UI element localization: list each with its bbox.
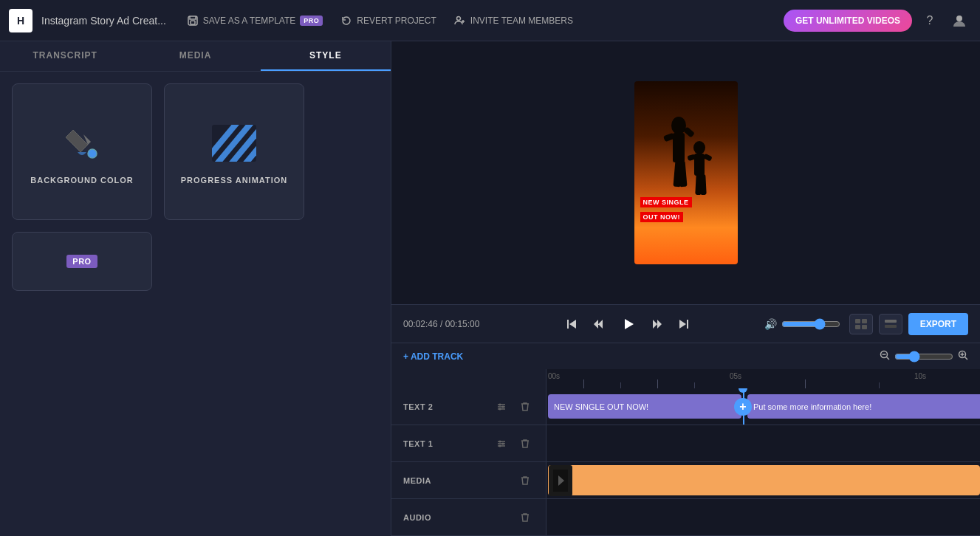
pro-card-badge: PRO bbox=[66, 255, 97, 268]
style-card-background-color[interactable]: BACKGROUND COLOR bbox=[12, 83, 152, 220]
tab-media[interactable]: MEDIA bbox=[130, 41, 260, 71]
svg-point-48 bbox=[499, 440, 501, 442]
clip-media-1[interactable] bbox=[548, 465, 980, 495]
rewind-button[interactable] bbox=[588, 314, 609, 334]
progress-animation-label: PROGRESS ANIMATION bbox=[181, 176, 288, 185]
track-delete-media-button[interactable] bbox=[516, 472, 534, 489]
progress-animation-svg bbox=[212, 125, 256, 162]
playhead-add-button[interactable]: + bbox=[734, 398, 752, 416]
svg-point-3 bbox=[956, 16, 962, 21]
skip-to-start-button[interactable] bbox=[561, 314, 582, 334]
svg-line-38 bbox=[965, 357, 968, 360]
preview-text-line1: NEW SINGLE bbox=[640, 197, 692, 207]
timeline-toolbar: + ADD TRACK bbox=[391, 343, 980, 369]
right-panel: NEW SINGLE OUT NOW! 00:02:46 / 00:15:00 bbox=[391, 41, 980, 536]
invite-team-button[interactable]: INVITE TEAM MEMBERS bbox=[448, 12, 579, 30]
svg-rect-26 bbox=[855, 319, 860, 323]
tab-style[interactable]: STYLE bbox=[261, 41, 391, 71]
preview-frame: NEW SINGLE OUT NOW! bbox=[634, 81, 738, 264]
ruler-label-5s: 05s bbox=[730, 372, 741, 380]
playback-controls bbox=[501, 311, 755, 337]
ruler-tick-4 bbox=[694, 382, 695, 388]
help-button[interactable]: ? bbox=[918, 9, 942, 32]
tabs: TRANSCRIPT MEDIA STYLE bbox=[0, 41, 391, 72]
ruler-tick-3 bbox=[657, 379, 658, 388]
playhead-diamond bbox=[739, 388, 747, 393]
svg-rect-28 bbox=[855, 325, 860, 329]
fast-forward-button[interactable] bbox=[647, 314, 668, 334]
current-time: 00:02:46 bbox=[403, 319, 438, 329]
trash-icon-audio bbox=[521, 512, 530, 523]
track-content-text2: + NEW SINGLE OUT NOW! Put some more info… bbox=[546, 388, 980, 425]
skip-start-icon bbox=[566, 319, 577, 329]
trash-icon-text1 bbox=[521, 439, 530, 449]
skip-to-end-button[interactable] bbox=[674, 314, 694, 334]
app-logo: H bbox=[9, 9, 32, 32]
style-card-progress-animation[interactable]: PROGRESS ANIMATION bbox=[164, 83, 304, 220]
track-label-audio: AUDIO bbox=[391, 499, 546, 535]
view-mode-button[interactable] bbox=[879, 314, 902, 334]
ruler-tick-1 bbox=[583, 379, 584, 388]
svg-point-2 bbox=[456, 16, 460, 20]
svg-point-12 bbox=[671, 117, 686, 134]
svg-rect-24 bbox=[567, 320, 569, 329]
timeline-tracks: TEXT 2 bbox=[391, 388, 980, 536]
svg-rect-23 bbox=[699, 174, 706, 195]
svg-point-4 bbox=[88, 149, 97, 158]
background-color-icon bbox=[58, 120, 106, 167]
revert-project-button[interactable]: REVERT PROJECT bbox=[335, 12, 442, 30]
svg-rect-29 bbox=[862, 325, 867, 329]
track-content-media bbox=[546, 462, 980, 498]
ruler-tick-5 bbox=[805, 379, 806, 388]
track-settings-text1-button[interactable] bbox=[493, 435, 510, 453]
svg-rect-19 bbox=[694, 154, 705, 176]
ruler-tick-6 bbox=[879, 382, 880, 388]
zoom-out-button[interactable] bbox=[880, 350, 890, 363]
track-delete-text1-button[interactable] bbox=[516, 435, 534, 453]
skip-end-icon bbox=[679, 319, 689, 329]
view-fit-button[interactable] bbox=[849, 314, 873, 334]
save-template-icon bbox=[187, 15, 199, 27]
track-content-text1 bbox=[546, 425, 980, 461]
topbar-actions: SAVE AS A TEMPLATE PRO REVERT PROJECT IN… bbox=[181, 12, 775, 30]
revert-icon bbox=[340, 15, 352, 27]
clip-text-2[interactable]: Put some more information here! bbox=[747, 394, 980, 419]
zoom-in-button[interactable] bbox=[958, 350, 968, 363]
invite-icon bbox=[454, 15, 466, 27]
svg-point-44 bbox=[499, 408, 501, 410]
total-time: 00:15:00 bbox=[445, 319, 480, 329]
export-button[interactable]: EXPORT bbox=[908, 313, 968, 335]
style-card-pro[interactable]: PRO bbox=[12, 232, 152, 291]
svg-rect-27 bbox=[862, 319, 867, 323]
zoom-out-icon bbox=[880, 350, 890, 360]
ruler-tick-2 bbox=[620, 382, 621, 388]
zoom-slider[interactable] bbox=[894, 351, 953, 363]
track-delete-audio-button[interactable] bbox=[516, 509, 534, 526]
media-thumb-icon bbox=[553, 470, 568, 492]
profile-button[interactable] bbox=[948, 9, 971, 32]
topbar-right: GET UNLIMITED VIDEOS ? bbox=[784, 9, 971, 32]
background-color-label: BACKGROUND COLOR bbox=[30, 176, 133, 185]
track-delete-text2-button[interactable] bbox=[516, 398, 534, 416]
clip-text-1[interactable]: NEW SINGLE OUT NOW! bbox=[548, 394, 741, 419]
track-content-audio bbox=[546, 499, 980, 535]
volume-slider[interactable] bbox=[781, 318, 840, 330]
track-name-audio: AUDIO bbox=[403, 513, 510, 522]
play-pause-button[interactable] bbox=[614, 311, 641, 337]
save-template-button[interactable]: SAVE AS A TEMPLATE PRO bbox=[181, 12, 329, 30]
settings-icon bbox=[496, 402, 507, 412]
volume-icon: 🔊 bbox=[764, 318, 777, 330]
playhead-line: + bbox=[743, 388, 744, 425]
track-label-text1: TEXT 1 bbox=[391, 425, 546, 461]
track-settings-text2-button[interactable] bbox=[493, 398, 510, 416]
ruler-scale-inner: 00s 05s 10s bbox=[546, 369, 980, 388]
tab-transcript[interactable]: TRANSCRIPT bbox=[0, 41, 130, 71]
svg-point-50 bbox=[499, 444, 501, 447]
add-track-button[interactable]: + ADD TRACK bbox=[403, 351, 463, 362]
svg-rect-13 bbox=[673, 133, 685, 162]
get-unlimited-button[interactable]: GET UNLIMITED VIDEOS bbox=[784, 10, 912, 32]
svg-line-34 bbox=[887, 357, 890, 360]
topbar: H Instagram Story Ad Creat... SAVE AS A … bbox=[0, 0, 980, 41]
left-panel: TRANSCRIPT MEDIA STYLE bbox=[0, 41, 391, 536]
trash-icon bbox=[521, 402, 530, 412]
